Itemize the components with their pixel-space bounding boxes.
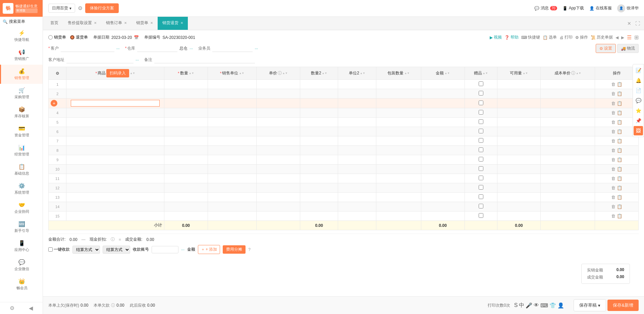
note-input[interactable] bbox=[154, 56, 255, 63]
gift-cell[interactable] bbox=[465, 165, 497, 174]
gift-checkbox[interactable] bbox=[479, 119, 483, 124]
delete-row-icon[interactable]: 🗑 bbox=[611, 157, 615, 162]
sort-gift[interactable]: ▲▼ bbox=[483, 72, 488, 75]
sidebar-item-system[interactable]: ⚙️系统管理 bbox=[0, 179, 43, 198]
sidebar-item-inventory[interactable]: 📦库存核算 bbox=[0, 103, 43, 122]
add-payment-btn[interactable]: ＋ + 添加 bbox=[198, 245, 220, 254]
shirt-icon[interactable]: 👕 bbox=[549, 302, 556, 309]
tab-close-icon[interactable]: ✕ bbox=[180, 21, 183, 25]
gear-icon[interactable]: ⚙ bbox=[56, 71, 59, 76]
collapse-icon[interactable]: ◀ bbox=[29, 305, 33, 311]
mic-icon[interactable]: 🎤 bbox=[526, 302, 532, 309]
history-btn[interactable]: 📜 历史单据 bbox=[591, 35, 613, 40]
view-toggle-list[interactable]: ☰ bbox=[627, 34, 632, 41]
gift-checkbox[interactable] bbox=[479, 157, 483, 162]
sidebar-item-basic[interactable]: 📋基础信息 bbox=[0, 160, 43, 179]
gift-checkbox[interactable] bbox=[479, 194, 483, 199]
tab-销货退货[interactable]: 销货退货✕ bbox=[158, 17, 188, 30]
gift-checkbox[interactable] bbox=[479, 91, 483, 96]
sort-price[interactable]: ▲▼ bbox=[282, 72, 288, 75]
shortcut-btn[interactable]: ⌨ 快捷键 bbox=[521, 35, 540, 40]
close-tab-btn[interactable]: ✕ bbox=[626, 19, 633, 27]
delete-row-icon[interactable]: 🗑 bbox=[611, 129, 615, 134]
gift-checkbox[interactable] bbox=[479, 176, 483, 180]
copy-row-icon[interactable]: 📋 bbox=[617, 204, 622, 209]
app-download-btn[interactable]: 📱 App下载 bbox=[562, 5, 584, 11]
gift-checkbox[interactable] bbox=[479, 185, 483, 190]
sidebar-item-purchase[interactable]: 🛒采购管理 bbox=[0, 84, 43, 103]
account-input[interactable] bbox=[152, 246, 178, 253]
sidebar-item-operation[interactable]: 📊经营管理 bbox=[0, 141, 43, 160]
gift-cell[interactable] bbox=[465, 146, 497, 155]
user-profile[interactable]: 👤 徐泽华 bbox=[617, 4, 639, 12]
copy-row-icon[interactable]: 📋 bbox=[617, 101, 622, 106]
sidebar-item-appstore[interactable]: 📱应用中心 bbox=[0, 237, 43, 256]
select-btn[interactable]: 📋 选单 bbox=[543, 35, 557, 40]
staff-select-btn[interactable]: ··· bbox=[255, 46, 258, 51]
keyboard-icon[interactable]: ⌨ bbox=[540, 302, 548, 309]
th-settings[interactable]: ⚙ bbox=[49, 67, 66, 80]
address-input[interactable] bbox=[66, 56, 133, 63]
copy-row-icon[interactable]: 📋 bbox=[617, 91, 622, 96]
gift-checkbox[interactable] bbox=[479, 101, 483, 105]
operation-btn[interactable]: ⚙ 操作 bbox=[575, 35, 588, 40]
message-btn[interactable]: 💬 消息 70 bbox=[534, 5, 557, 11]
customer-service-btn[interactable]: 👤 在线客服 bbox=[589, 5, 612, 11]
copy-row-icon[interactable]: 📋 bbox=[617, 185, 622, 190]
sort-qty[interactable]: ▲▼ bbox=[189, 72, 194, 75]
copy-row-icon[interactable]: 📋 bbox=[617, 213, 622, 218]
radio-return[interactable]: 退货单 bbox=[70, 35, 88, 40]
tab-close-icon[interactable]: ✕ bbox=[94, 21, 97, 25]
delete-row-icon[interactable]: 🗑 bbox=[611, 185, 615, 190]
scan-btn[interactable]: 扫码录入 bbox=[106, 69, 129, 77]
gift-checkbox[interactable] bbox=[479, 81, 483, 86]
fee-info-icon[interactable]: ? bbox=[248, 247, 251, 252]
account-select-btn[interactable]: ··· bbox=[181, 247, 184, 252]
one-key-checkbox[interactable]: 一键收款 bbox=[48, 247, 70, 252]
view-toggle-grid[interactable]: ⊞ bbox=[634, 34, 639, 41]
sort-available[interactable]: ▲▼ bbox=[523, 72, 528, 75]
gift-cell[interactable] bbox=[465, 174, 497, 183]
add-row-btn[interactable]: + bbox=[51, 100, 57, 107]
gift-cell[interactable] bbox=[465, 211, 497, 221]
customer-input[interactable] bbox=[61, 45, 114, 52]
sidebar-item-shortcut[interactable]: ⚡快捷导航 bbox=[0, 26, 43, 46]
gift-cell[interactable] bbox=[465, 202, 497, 211]
warehouse-select-btn[interactable]: ··· bbox=[190, 46, 193, 51]
person-icon[interactable]: 👤 bbox=[557, 302, 564, 309]
copy-row-icon[interactable]: 📋 bbox=[617, 138, 622, 143]
gift-cell[interactable] bbox=[465, 136, 497, 146]
copy-row-icon[interactable]: 📋 bbox=[617, 82, 622, 87]
sort-unit[interactable]: ▲▼ bbox=[239, 72, 244, 75]
tab-close-icon[interactable]: ✕ bbox=[150, 21, 153, 25]
tab-售价提取设置[interactable]: 售价提取设置✕ bbox=[63, 17, 101, 30]
gift-checkbox[interactable] bbox=[479, 166, 483, 171]
sort-product[interactable]: ▲▼ bbox=[130, 72, 135, 75]
calendar-icon[interactable]: 📅 bbox=[134, 35, 139, 40]
sort-amount[interactable]: ▲▼ bbox=[444, 72, 450, 75]
right-note-btn[interactable]: 📝 bbox=[634, 66, 643, 75]
print-btn[interactable]: 🖨 打印 bbox=[559, 35, 573, 40]
gift-cell[interactable] bbox=[465, 155, 497, 165]
tab-close-icon[interactable]: ✕ bbox=[124, 21, 127, 25]
delete-row-icon[interactable]: 🗑 bbox=[611, 176, 615, 181]
gift-checkbox[interactable] bbox=[479, 110, 483, 115]
sort-unit2[interactable]: ▲▼ bbox=[360, 72, 365, 75]
gift-checkbox[interactable] bbox=[479, 147, 483, 152]
sidebar-item-sales[interactable]: 💰销售管理 bbox=[0, 65, 43, 84]
copy-row-icon[interactable]: 📋 bbox=[617, 176, 622, 181]
topbar-gear-icon[interactable]: ⚙ bbox=[78, 5, 83, 11]
copy-row-icon[interactable]: 📋 bbox=[617, 120, 622, 125]
gift-cell[interactable] bbox=[465, 193, 497, 202]
fee-split-btn[interactable]: 费用分摊 bbox=[223, 245, 246, 254]
customer-select-btn[interactable]: ··· bbox=[116, 46, 120, 51]
delete-row-icon[interactable]: 🗑 bbox=[611, 91, 615, 96]
right-image-btn[interactable]: 🖼 bbox=[634, 126, 643, 135]
copy-row-icon[interactable]: 📋 bbox=[617, 148, 622, 153]
gift-cell[interactable] bbox=[465, 99, 497, 108]
gift-checkbox[interactable] bbox=[479, 138, 483, 143]
delete-row-icon[interactable]: 🗑 bbox=[611, 148, 615, 153]
gift-cell[interactable] bbox=[465, 89, 497, 99]
logistics-btn[interactable]: 🚚 物流 bbox=[617, 44, 639, 53]
gift-cell[interactable] bbox=[465, 108, 497, 118]
